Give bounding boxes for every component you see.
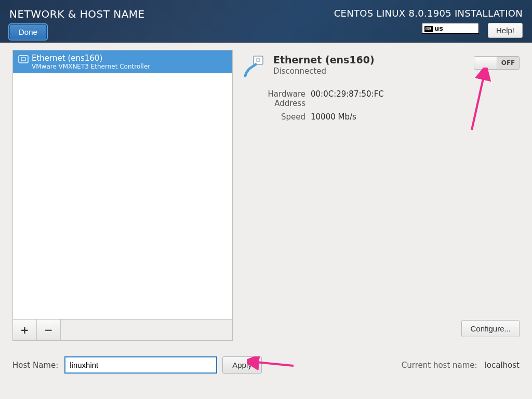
device-toolbar: + − (12, 319, 233, 341)
apply-button[interactable]: Apply (222, 356, 262, 374)
main-area: Ethernet (ens160) VMware VMXNET3 Etherne… (0, 43, 532, 344)
device-name: Ethernet (ens160) (32, 54, 227, 63)
keyboard-layout-indicator[interactable]: ⌨us (422, 23, 479, 34)
current-hostname-label: Current host name: (402, 361, 477, 370)
device-list[interactable]: Ethernet (ens160) VMware VMXNET3 Etherne… (12, 50, 233, 319)
hostname-bar: Host Name: Apply Current host name: loca… (0, 344, 532, 374)
hostname-label: Host Name: (12, 361, 58, 370)
property-value: 10000 Mb/s (311, 112, 356, 122)
toggle-label: OFF (497, 57, 519, 69)
keyboard-layout-code: us (434, 24, 443, 32)
page-title: NETWORK & HOST NAME (9, 8, 145, 20)
property-row: Speed 10000 Mb/s (242, 112, 520, 122)
add-device-button[interactable]: + (13, 320, 37, 340)
property-label: Speed (242, 112, 311, 122)
ethernet-icon (18, 54, 32, 70)
toolbar-spacer (61, 320, 232, 340)
current-hostname-value: localhost (485, 361, 520, 370)
configure-button[interactable]: Configure... (461, 320, 520, 337)
toggle-knob (474, 57, 497, 69)
interface-properties: Hardware Address 00:0C:29:87:50:FC Speed… (242, 89, 520, 122)
ethernet-cable-icon (242, 54, 271, 80)
help-button[interactable]: Help! (488, 23, 523, 38)
remove-device-button[interactable]: − (37, 320, 61, 340)
property-label: Hardware Address (242, 89, 311, 108)
device-list-item[interactable]: Ethernet (ens160) VMware VMXNET3 Etherne… (13, 50, 232, 73)
property-value: 00:0C:29:87:50:FC (311, 89, 384, 108)
property-row: Hardware Address 00:0C:29:87:50:FC (242, 89, 520, 108)
svg-rect-1 (21, 58, 25, 61)
interface-toggle[interactable]: OFF (474, 56, 520, 70)
distro-title: CENTOS LINUX 8.0.1905 INSTALLATION (334, 8, 523, 19)
keyboard-icon: ⌨ (424, 26, 433, 32)
header-bar: NETWORK & HOST NAME Done CENTOS LINUX 8.… (0, 0, 532, 43)
svg-rect-2 (254, 56, 263, 64)
done-button[interactable]: Done (9, 24, 47, 39)
svg-rect-0 (19, 56, 28, 63)
hostname-input[interactable] (64, 356, 217, 374)
device-description: VMware VMXNET3 Ethernet Controller (32, 63, 227, 70)
